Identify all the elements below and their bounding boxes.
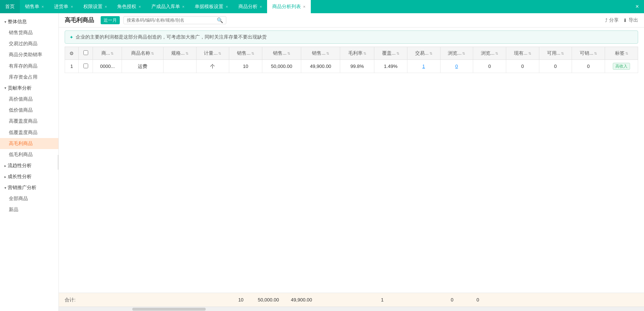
footer-value xyxy=(208,297,230,303)
sidebar-item-全部商品[interactable]: 全部商品 xyxy=(0,193,58,204)
export-button[interactable]: ⬇ 导出 xyxy=(623,17,638,23)
close-tab-icon[interactable]: × xyxy=(105,4,107,9)
close-tab-icon[interactable]: × xyxy=(226,4,228,9)
search-button[interactable]: 🔍 xyxy=(217,17,223,23)
sidebar-group-3[interactable]: ▸成长性分析 xyxy=(0,171,58,182)
footer-value xyxy=(123,297,145,303)
table-row[interactable]: 10000...运费个1050,000.0049,900.0099.8%1.49… xyxy=(65,60,638,73)
sort-icon: ⇅ xyxy=(326,51,329,55)
nav-item-角色授权[interactable]: 角色授权× xyxy=(112,0,146,13)
sidebar-item-高毛利商品[interactable]: 高毛利商品 xyxy=(0,138,58,149)
sidebar-group-4[interactable]: ▾营销推广分析 xyxy=(0,182,58,193)
sidebar-group-2[interactable]: ▸流趋性分析 xyxy=(0,160,58,171)
col-header-tag[interactable]: 标签⇅ xyxy=(605,47,638,60)
footer-label: 合计: xyxy=(65,297,76,303)
scrollbar-thumb[interactable] xyxy=(132,308,206,311)
group-arrow-icon: ▸ xyxy=(4,175,6,179)
sort-icon: ⇅ xyxy=(363,51,366,55)
cell-unit: 个 xyxy=(196,60,229,73)
sidebar-item-库存资金占用[interactable]: 库存资金占用 xyxy=(0,72,58,83)
col-header-browse1[interactable]: 浏览...⇅ xyxy=(440,47,473,60)
select-all-checkbox[interactable] xyxy=(83,50,88,55)
sidebar-item-高价值商品[interactable]: 高价值商品 xyxy=(0,94,58,105)
sort-icon: ⇅ xyxy=(495,51,498,55)
search-input[interactable] xyxy=(127,18,217,23)
nav-item-销售单[interactable]: 销售单× xyxy=(20,0,49,13)
sidebar-item-销售货商品[interactable]: 销售货商品 xyxy=(0,27,58,38)
sort-icon: ⇅ xyxy=(287,51,290,55)
sort-icon: ⇅ xyxy=(625,51,628,55)
cell-saleable: 0 xyxy=(572,60,605,73)
footer-value xyxy=(417,297,439,303)
nav-item-商品分析[interactable]: 商品分析× xyxy=(233,0,267,13)
col-header-current[interactable]: 现有...⇅ xyxy=(506,47,539,60)
col-header-sale_amount[interactable]: 销售...⇅ xyxy=(262,47,301,60)
col-header-sale_qty[interactable]: 销售...⇅ xyxy=(229,47,262,60)
close-tab-icon[interactable]: × xyxy=(182,4,184,9)
nav-item-首页[interactable]: 首页 xyxy=(0,0,20,13)
col-header-unit[interactable]: 计量...⇅ xyxy=(196,47,229,60)
nav-item-商品分析列表[interactable]: 商品分析列表× xyxy=(267,0,310,13)
sidebar-group-0[interactable]: ▾整体信息 xyxy=(0,16,58,27)
sidebar-item-低毛利商品[interactable]: 低毛利商品 xyxy=(0,149,58,160)
link-value[interactable]: 1 xyxy=(422,64,425,69)
group-title-label: 成长性分析 xyxy=(8,173,32,180)
share-icon: ⤴ xyxy=(605,18,608,23)
main-container: ▾整体信息销售货商品交易过的商品商品分类助销率有库存的商品库存资金占用▾贡献率分… xyxy=(0,13,644,311)
horizontal-scrollbar[interactable] xyxy=(59,307,644,311)
close-all-button[interactable]: × xyxy=(630,0,644,13)
content-area: 高毛利商品 近一月 🔍 ⤴ 分享 ⬇ 导出 ✦ 企业的主要的利润都是这部分商品创… xyxy=(59,13,644,311)
link-value[interactable]: 0 xyxy=(455,64,458,69)
col-header-available[interactable]: 可用...⇅ xyxy=(539,47,572,60)
table-container[interactable]: ⚙商...⇅商品名称⇅规格...⇅计量...⇅销售...⇅销售...⇅销售...… xyxy=(59,47,644,293)
sort-icon: ⇅ xyxy=(151,51,154,55)
cell-sale_amount: 50,000.00 xyxy=(262,60,301,73)
cell-trade[interactable]: 1 xyxy=(407,60,440,73)
cell-index: 1 xyxy=(65,60,79,73)
group-title-label: 贡献率分析 xyxy=(8,85,32,91)
col-header-sale_profit[interactable]: 销售...⇅ xyxy=(301,47,340,60)
nav-item-单据模板设置[interactable]: 单据模板设置× xyxy=(190,0,233,13)
col-header-gross_margin[interactable]: 毛利率⇅ xyxy=(340,47,374,60)
col-header-coverage[interactable]: 覆盖...⇅ xyxy=(374,47,407,60)
footer-value: 1 xyxy=(370,297,395,303)
nav-item-权限设置[interactable]: 权限设置× xyxy=(78,0,112,13)
time-filter-button[interactable]: 近一月 xyxy=(101,16,120,24)
search-wrap: 🔍 xyxy=(123,16,226,24)
nav-item-产成品入库单[interactable]: 产成品入库单× xyxy=(146,0,190,13)
sidebar-item-商品分类助销率[interactable]: 商品分类助销率 xyxy=(0,49,58,60)
cell-browse2: 0 xyxy=(473,60,506,73)
cell-code: 0000... xyxy=(93,60,122,73)
nav-item-进货单[interactable]: 进货单× xyxy=(49,0,78,13)
sidebar-item-高覆盖度商品[interactable]: 高覆盖度商品 xyxy=(0,116,58,127)
col-header-name[interactable]: 商品名称⇅ xyxy=(122,47,163,60)
close-tab-icon[interactable]: × xyxy=(260,4,262,9)
close-tab-icon[interactable]: × xyxy=(138,4,141,9)
close-tab-icon[interactable]: × xyxy=(71,4,73,9)
cell-checkbox[interactable] xyxy=(79,60,93,73)
sidebar-item-低价值商品[interactable]: 低价值商品 xyxy=(0,105,58,116)
sidebar-item-交易过的商品[interactable]: 交易过的商品 xyxy=(0,38,58,49)
close-tab-icon[interactable]: × xyxy=(303,4,305,9)
group-arrow-icon: ▾ xyxy=(4,20,6,24)
footer-value: 49,900.00 xyxy=(285,297,318,303)
col-header-browse2[interactable]: 浏览...⇅ xyxy=(473,47,506,60)
close-tab-icon[interactable]: × xyxy=(42,4,44,9)
cell-browse1[interactable]: 0 xyxy=(440,60,473,73)
col-header-settings: ⚙ xyxy=(65,47,79,60)
col-header-saleable[interactable]: 可销...⇅ xyxy=(572,47,605,60)
col-header-code[interactable]: 商...⇅ xyxy=(93,47,122,60)
sort-icon: ⇅ xyxy=(396,51,399,55)
share-button[interactable]: ⤴ 分享 xyxy=(605,17,619,23)
sidebar-item-低覆盖度商品[interactable]: 低覆盖度商品 xyxy=(0,127,58,138)
header-actions: ⤴ 分享 ⬇ 导出 xyxy=(605,17,638,23)
sidebar-item-新品[interactable]: 新品 xyxy=(0,204,58,215)
footer-value xyxy=(344,297,370,303)
sidebar-group-1[interactable]: ▾贡献率分析 xyxy=(0,83,58,94)
settings-icon[interactable]: ⚙ xyxy=(69,51,74,56)
page-title: 高毛利商品 xyxy=(65,17,94,24)
col-header-trade[interactable]: 交易...⇅ xyxy=(407,47,440,60)
col-header-spec[interactable]: 规格...⇅ xyxy=(163,47,196,60)
row-checkbox[interactable] xyxy=(83,64,88,68)
sidebar-item-有库存的商品[interactable]: 有库存的商品 xyxy=(0,61,58,72)
